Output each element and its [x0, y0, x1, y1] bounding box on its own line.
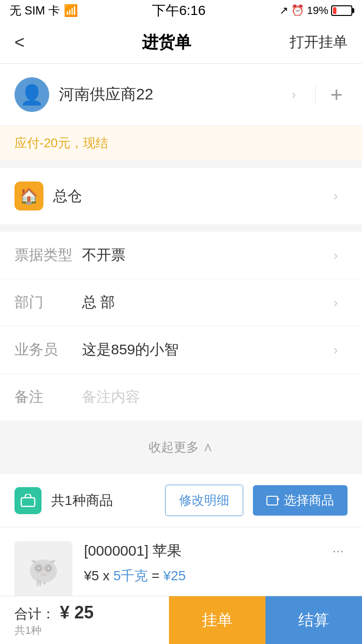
product-name: [0000001] 苹果: [84, 541, 317, 561]
page-title: 进货单: [142, 31, 191, 54]
form-card: 票据类型 不开票 › 部门 总 部 › 业务员 这是859的小智 › 备注 备注…: [0, 232, 362, 420]
total-section: 合计： ¥ 25 共1种: [0, 602, 169, 638]
salesman-row[interactable]: 业务员 这是859的小智 ›: [0, 326, 362, 374]
invoice-type-value: 不开票: [82, 245, 334, 265]
notice-bar: 应付-20元，现结: [0, 126, 362, 160]
salesman-value: 这是859的小智: [82, 340, 334, 360]
department-row[interactable]: 部门 总 部 ›: [0, 279, 362, 326]
battery-percent: 19%: [307, 4, 328, 17]
svg-point-8: [47, 567, 49, 569]
hang-button[interactable]: 挂单: [169, 596, 265, 644]
warehouse-icon: 🏠: [14, 182, 43, 210]
product-info: [0000001] 苹果 ¥5 x 5千克 = ¥25: [84, 541, 317, 585]
supplier-name: 河南供应商22: [59, 84, 292, 105]
product-title: 苹果: [153, 543, 181, 559]
nav-bar: < 进货单 打开挂单: [0, 21, 362, 64]
total-amount: ¥ 25: [60, 602, 94, 623]
invoice-type-row[interactable]: 票据类型 不开票 ›: [0, 232, 362, 279]
status-right: ↗ ⏰ 19%: [279, 4, 352, 17]
warehouse-card: 🏠 总仓 ›: [0, 168, 362, 224]
products-count: 共1种商品: [51, 491, 155, 510]
select-product-button[interactable]: 选择商品: [253, 485, 348, 516]
supplier-row[interactable]: 👤 河南供应商22 › +: [0, 64, 362, 126]
owl-logo-icon: 兽+: [24, 551, 63, 589]
alarm-icon: ⏰: [291, 4, 304, 17]
total-count: 共1种: [14, 623, 154, 638]
salesman-label: 业务员: [14, 340, 82, 360]
warehouse-row[interactable]: 🏠 总仓 ›: [0, 168, 362, 224]
main-content: 👤 河南供应商22 › + 应付-20元，现结 🏠 总仓 › 票据类型 不开票 …: [0, 64, 362, 644]
remark-row[interactable]: 备注 备注内容: [0, 374, 362, 420]
status-left: 无 SIM 卡 📶: [10, 3, 78, 18]
total-label: 合计： ¥ 25: [14, 602, 154, 623]
price-unit: ¥5 x: [84, 568, 113, 583]
battery-icon: [331, 5, 352, 16]
department-value: 总 部: [82, 293, 334, 312]
product-code: [0000001]: [84, 543, 153, 559]
svg-point-7: [38, 567, 40, 569]
time-display: 下午6:16: [152, 1, 206, 20]
select-product-label: 选择商品: [284, 492, 334, 509]
remark-label: 备注: [14, 387, 82, 407]
chevron-right-icon: ›: [334, 342, 338, 358]
avatar: 👤: [14, 77, 49, 112]
products-icon: [14, 487, 42, 514]
status-bar: 无 SIM 卡 📶 下午6:16 ↗ ⏰ 19%: [0, 0, 362, 21]
location-icon: ↗: [279, 4, 288, 17]
open-hang-button[interactable]: 打开挂单: [290, 32, 348, 52]
edit-detail-button[interactable]: 修改明细: [165, 485, 243, 516]
svg-text:兽+: 兽+: [36, 579, 46, 587]
collapse-bar[interactable]: 收起更多 ∧: [0, 428, 362, 466]
divider: [315, 84, 316, 105]
collapse-label: 收起更多 ∧: [149, 440, 213, 454]
bottom-bar: 合计： ¥ 25 共1种 挂单 结算: [0, 596, 362, 644]
back-button[interactable]: <: [14, 32, 43, 53]
section-gap: [0, 466, 362, 474]
chevron-right-icon: ›: [334, 295, 338, 310]
chevron-right-icon: ›: [334, 188, 338, 204]
price-qty: 5千克: [113, 568, 148, 583]
product-thumbnail: 兽+: [14, 541, 72, 599]
svg-rect-1: [267, 496, 278, 505]
product-price: ¥5 x 5千克 = ¥25: [84, 567, 317, 585]
products-header: 共1种商品 修改明细 选择商品: [0, 474, 362, 527]
settle-button[interactable]: 结算: [265, 596, 362, 644]
price-eq: =: [152, 568, 163, 583]
remark-input[interactable]: 备注内容: [82, 387, 348, 407]
total-text: 合计：: [14, 605, 55, 623]
carrier-text: 无 SIM 卡: [10, 3, 60, 18]
warehouse-name: 总仓: [53, 186, 334, 206]
add-button[interactable]: +: [325, 83, 348, 107]
supplier-card: 👤 河南供应商22 › + 应付-20元，现结: [0, 64, 362, 160]
svg-rect-0: [21, 498, 35, 506]
chevron-right-icon: ›: [292, 87, 296, 102]
invoice-type-label: 票据类型: [14, 245, 82, 265]
wifi-icon: 📶: [64, 4, 78, 17]
chevron-right-icon: ›: [334, 248, 338, 263]
more-options-button[interactable]: ···: [329, 541, 348, 560]
department-label: 部门: [14, 293, 82, 312]
price-total: ¥25: [163, 568, 186, 583]
battery-fill: [333, 7, 336, 14]
